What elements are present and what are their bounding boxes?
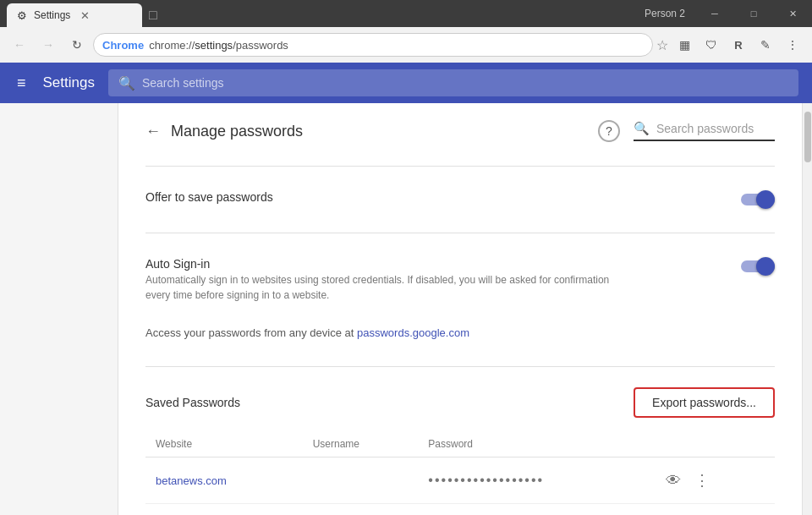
scrollbar-thumb[interactable]	[804, 112, 811, 162]
offer-save-toggle[interactable]	[741, 190, 775, 209]
search-passwords-input[interactable]	[656, 122, 775, 135]
more-options-button[interactable]: ⋮	[691, 468, 713, 493]
page-title: Manage passwords	[171, 123, 303, 140]
cast-icon-button[interactable]: ▦	[672, 32, 697, 58]
saved-passwords-title: Saved Passwords	[145, 396, 240, 409]
col-actions	[652, 431, 775, 457]
show-password-button[interactable]: 👁	[662, 468, 684, 493]
toolbar-icons: ▦ 🛡 R ✎ ⋮	[672, 32, 805, 58]
r-icon-button[interactable]: R	[726, 32, 751, 58]
url-settings: settings	[195, 39, 233, 52]
window-controls: ─ □ ✕	[695, 0, 812, 27]
menu-icon-button[interactable]: ⋮	[780, 32, 805, 58]
tab-settings-icon: ⚙	[17, 9, 27, 22]
address-bar[interactable]: Chrome chrome://settings/passwords	[93, 33, 653, 57]
offer-save-label: Offer to save passwords	[145, 190, 273, 204]
titlebar-left: ⚙ Settings ✕ □	[0, 0, 634, 27]
divider-1	[145, 166, 775, 167]
divider-3	[145, 366, 775, 367]
password-cell: ••••••••••••••••••	[418, 457, 652, 504]
settings-title: Settings	[43, 74, 95, 91]
help-button[interactable]: ?	[598, 120, 620, 142]
edit-icon-button[interactable]: ✎	[753, 32, 778, 58]
settings-toolbar: ≡ Settings 🔍	[0, 63, 812, 103]
forward-button[interactable]: →	[36, 32, 61, 58]
hamburger-menu-button[interactable]: ≡	[14, 71, 30, 96]
passwords-table: Website Username Password betanews.com •…	[145, 431, 775, 504]
row-actions: 👁 ⋮	[662, 468, 765, 493]
auto-signin-label: Auto Sign-in	[145, 257, 636, 271]
scrollbar-track[interactable]	[802, 103, 812, 515]
titlebar: ⚙ Settings ✕ □ Person 2 ─ □ ✕	[0, 0, 812, 27]
search-passwords-icon: 🔍	[634, 121, 650, 136]
settings-search-box[interactable]: 🔍	[108, 69, 798, 96]
page-header: ← Manage passwords ? 🔍	[145, 120, 775, 149]
auto-signin-toggle-thumb	[756, 257, 775, 276]
tab-settings-label: Settings	[34, 9, 70, 21]
website-cell: betanews.com	[145, 457, 303, 504]
actions-cell: 👁 ⋮	[652, 457, 775, 504]
maximize-button[interactable]: □	[734, 0, 773, 27]
auto-signin-desc: Automatically sign in to websites using …	[145, 272, 636, 303]
export-passwords-button[interactable]: Export passwords...	[634, 387, 775, 418]
offer-save-row: Offer to save passwords	[145, 177, 775, 222]
sidebar	[0, 103, 118, 515]
minimize-button[interactable]: ─	[695, 0, 734, 27]
chrome-logo: Chrome	[102, 39, 144, 52]
table-row: betanews.com •••••••••••••••••• 👁 ⋮	[145, 457, 775, 504]
username-cell	[303, 457, 419, 504]
col-password: Password	[418, 431, 652, 457]
page-back-button[interactable]: ←	[145, 123, 161, 140]
page-header-left: ← Manage passwords	[145, 123, 303, 140]
website-link[interactable]: betanews.com	[156, 474, 227, 487]
shield-icon-button[interactable]: 🛡	[699, 32, 724, 58]
active-tab[interactable]: ⚙ Settings ✕	[7, 3, 142, 27]
auto-signin-text: Auto Sign-in Automatically sign in to we…	[145, 257, 636, 303]
saved-passwords-header: Saved Passwords Export passwords...	[145, 377, 775, 431]
table-header-row: Website Username Password	[145, 431, 775, 457]
col-website: Website	[145, 431, 303, 457]
main-area: ← Manage passwords ? 🔍 Offer to save pas…	[0, 103, 812, 515]
access-line: Access your passwords from any device at…	[145, 316, 775, 356]
url-suffix: /passwords	[233, 39, 288, 52]
auto-signin-toggle[interactable]	[741, 257, 775, 276]
col-username: Username	[303, 431, 419, 457]
reload-button[interactable]: ↻	[64, 32, 90, 58]
passwords-google-link[interactable]: passwords.google.com	[357, 326, 469, 339]
addressbar-row: ← → ↻ Chrome chrome://settings/passwords…	[0, 27, 812, 63]
person-label: Person 2	[634, 8, 695, 19]
bookmark-button[interactable]: ☆	[656, 37, 668, 53]
new-tab-icon: □	[149, 8, 157, 23]
tab-close-button[interactable]: ✕	[77, 8, 92, 23]
url-text: chrome://settings/passwords	[149, 39, 288, 52]
url-scheme: chrome://	[149, 39, 195, 52]
access-text: Access your passwords from any device at	[145, 326, 357, 339]
settings-search-input[interactable]	[142, 76, 788, 90]
tab-bar: ⚙ Settings ✕ □	[7, 0, 164, 27]
new-tab-button[interactable]: □	[142, 3, 164, 27]
offer-save-text: Offer to save passwords	[145, 190, 273, 205]
auto-signin-row: Auto Sign-in Automatically sign in to we…	[145, 244, 775, 316]
divider-2	[145, 233, 775, 233]
search-passwords-box[interactable]: 🔍	[634, 121, 775, 141]
content-area: ← Manage passwords ? 🔍 Offer to save pas…	[118, 103, 802, 515]
toggle-thumb	[756, 190, 775, 209]
page-header-right: ? 🔍	[598, 120, 775, 142]
settings-search-icon: 🔍	[118, 75, 135, 91]
close-button[interactable]: ✕	[773, 0, 812, 27]
back-button[interactable]: ←	[7, 32, 32, 58]
